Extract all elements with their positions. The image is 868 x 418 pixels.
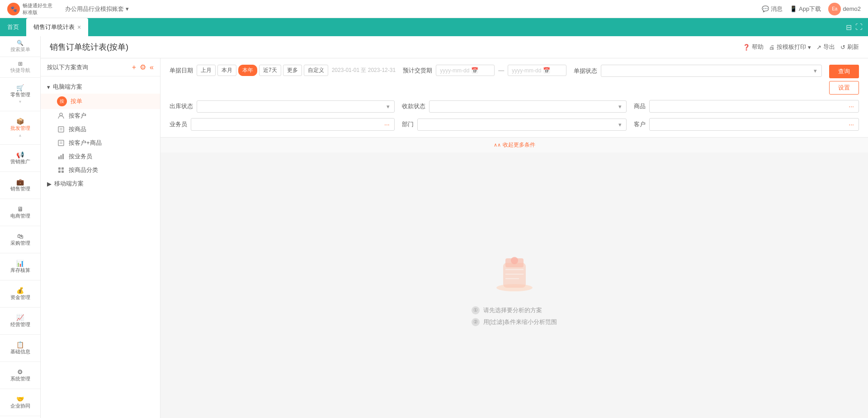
doc-status-label: 单据状态 [574, 67, 597, 75]
sidebar-item-system[interactable]: ⚙ 系统管理 [0, 362, 40, 389]
logo-area: 🐾 畅捷通好生意 标准版 [7, 2, 52, 15]
content-area: 销售订单统计表(按单) ❓ 帮助 🖨 按模板打印 ▾ ↗ 导出 ↺ 刷新 [41, 36, 868, 418]
filter-row-2: 出库状态 ▾ 收款状态 ▾ [170, 100, 859, 113]
expected-date-from-input[interactable]: yyyy-mm-dd 📅 [436, 65, 495, 76]
collapse-panel-button[interactable]: « [150, 63, 154, 71]
query-group-desktop: ▾ 电脑端方案 按 按单 按客户 [41, 80, 160, 177]
sidebar-item-enterprise[interactable]: 🤝 企业协同 [0, 389, 40, 416]
refresh-button[interactable]: ↺ 刷新 [840, 43, 859, 51]
collapse-up-icon: ∧∧ [494, 142, 501, 148]
logo-text: 畅捷通好生意 标准版 [23, 2, 52, 15]
shortcut-custom[interactable]: 自定义 [304, 65, 328, 76]
system-icon: ⚙ [4, 368, 37, 375]
help-icon: ❓ [743, 44, 750, 51]
product-select[interactable]: ··· [649, 100, 859, 113]
right-panel: 单据日期 上月 本月 本年 近7天 更多 自定义 [160, 58, 868, 418]
sidebar-item-purchase[interactable]: 🛍 采购管理 [0, 226, 40, 253]
sidebar-item-operation[interactable]: 📈 经营管理 [0, 308, 40, 335]
sidebar-item-ecommerce[interactable]: 🖥 电商管理 [0, 199, 40, 226]
page-actions: ❓ 帮助 🖨 按模板打印 ▾ ↗ 导出 ↺ 刷新 [743, 43, 859, 51]
doc-status-chevron-icon: ▾ [814, 67, 817, 74]
shortcut-last-month[interactable]: 上月 [197, 65, 216, 76]
app-selector[interactable]: 办公用品行业模拟账套 ▾ [65, 5, 129, 13]
doc-status-select[interactable]: ▾ [601, 65, 822, 77]
search-icon: 🔍 [17, 40, 24, 46]
tab-bar: 首页 销售订单统计表 × ⊟ ⛶ [0, 18, 868, 36]
user-menu[interactable]: Ea demo2 [828, 3, 861, 15]
refresh-icon: ↺ [840, 44, 845, 51]
messages-button[interactable]: 💬 消息 [762, 5, 783, 13]
expected-date-to-input[interactable]: yyyy-mm-dd 📅 [508, 65, 566, 76]
query-group-desktop-header[interactable]: ▾ 电脑端方案 [41, 80, 160, 94]
sidebar-quick-nav[interactable]: ⊞ 快捷导航 [0, 57, 40, 78]
basic-icon: 📋 [4, 341, 37, 348]
sidebar-item-inventory[interactable]: 📊 库存核算 [0, 253, 40, 280]
customer-label: 客户 [634, 120, 646, 128]
sidebar-item-retail[interactable]: 🛒 零售管理 ▾ [0, 78, 40, 111]
query-item-by-customer[interactable]: 按客户 [41, 109, 160, 123]
sidebar-item-marketing[interactable]: 📢 营销推广 [0, 145, 40, 172]
top-bar: 🐾 畅捷通好生意 标准版 办公用品行业模拟账套 ▾ 💬 消息 📱 App下载 E… [0, 0, 868, 18]
expand-icon[interactable]: ⛶ [855, 23, 863, 31]
action-buttons: 查询 设置 [829, 65, 859, 95]
empty-tip-2: ② 用[过滤]条件来缩小分析范围 [472, 318, 557, 326]
customer-filter: 客户 ··· [634, 118, 859, 131]
query-group-mobile-header[interactable]: ▶ 移动端方案 [41, 177, 160, 190]
delivery-chevron-icon: ▾ [387, 103, 390, 110]
query-item-by-customer-product[interactable]: 按客户+商品 [41, 136, 160, 150]
inventory-icon: 📊 [4, 260, 37, 267]
payment-status-filter: 收款状态 ▾ [402, 100, 627, 113]
calendar-from-icon: 📅 [471, 67, 478, 74]
svg-rect-7 [58, 157, 60, 159]
filter-section: 单据日期 上月 本月 本年 近7天 更多 自定义 [160, 58, 868, 137]
expected-date-filter: 预计交货期 yyyy-mm-dd 📅 — yyyy-mm-dd 📅 [403, 65, 566, 76]
logo-icon: 🐾 [7, 3, 20, 15]
product-more-icon[interactable]: ··· [849, 103, 854, 110]
shortcut-7days[interactable]: 近7天 [259, 65, 281, 76]
add-scheme-button[interactable]: + [132, 63, 136, 71]
query-button[interactable]: 查询 [829, 65, 859, 78]
help-button[interactable]: ❓ 帮助 [743, 43, 764, 51]
scheme-settings-button[interactable]: ⚙ [140, 63, 146, 71]
tab-sales-order-stats[interactable]: 销售订单统计表 × [26, 18, 88, 36]
sidebar-item-finance[interactable]: 💰 资金管理 [0, 280, 40, 308]
export-button[interactable]: ↗ 导出 [816, 43, 835, 51]
sidebar: 🔍 搜索菜单 ⊞ 快捷导航 🛒 零售管理 ▾ 📦 批发管理 ▴ 📢 营销推广 💼… [0, 36, 41, 418]
delivery-status-select[interactable]: ▾ [197, 100, 395, 113]
tab-close-icon[interactable]: × [77, 24, 81, 31]
svg-rect-1 [58, 127, 64, 132]
print-chevron-icon: ▾ [808, 44, 811, 51]
salesperson-more-icon[interactable]: ··· [384, 121, 390, 128]
shortcut-more[interactable]: 更多 [283, 65, 302, 76]
message-icon: 💬 [762, 5, 769, 12]
date-dash: — [498, 67, 504, 74]
date-label: 单据日期 [170, 66, 193, 75]
sidebar-item-basic[interactable]: 📋 基础信息 [0, 335, 40, 362]
customer-select[interactable]: ··· [649, 118, 859, 131]
template-print-button[interactable]: 🖨 按模板打印 ▾ [769, 43, 811, 51]
app-download-button[interactable]: 📱 App下载 [790, 5, 821, 13]
tab-home[interactable]: 首页 [0, 18, 26, 36]
tip-num-2: ② [472, 318, 480, 326]
query-item-by-order[interactable]: 按 按单 [41, 94, 160, 109]
settings-button[interactable]: 设置 [829, 81, 859, 95]
query-item-by-product-category[interactable]: 按商品分类 [41, 163, 160, 177]
department-chevron-icon: ▾ [618, 121, 622, 128]
query-item-by-product[interactable]: 按商品 [41, 123, 160, 136]
sidebar-item-guide[interactable]: 🎓 新手引导 [0, 416, 40, 418]
payment-status-label: 收款状态 [402, 102, 425, 110]
sidebar-item-wholesale[interactable]: 📦 批发管理 ▴ [0, 111, 40, 145]
salesperson-select[interactable]: ··· [191, 118, 395, 131]
shortcut-this-month[interactable]: 本月 [217, 65, 236, 76]
sidebar-search[interactable]: 🔍 搜索菜单 [0, 36, 40, 57]
department-select[interactable]: ▾ [417, 119, 627, 131]
shortcut-this-year[interactable]: 本年 [238, 65, 257, 76]
collapse-bar[interactable]: ∧∧ 收起更多条件 [160, 137, 868, 152]
payment-status-select[interactable]: ▾ [429, 100, 627, 113]
query-item-by-salesperson[interactable]: 按业务员 [41, 150, 160, 163]
customer-more-icon[interactable]: ··· [849, 121, 854, 128]
print-icon: 🖨 [769, 44, 775, 51]
sidebar-item-sales[interactable]: 💼 销售管理 [0, 172, 40, 199]
minimize-icon[interactable]: ⊟ [846, 23, 852, 32]
empty-illustration [487, 245, 542, 299]
